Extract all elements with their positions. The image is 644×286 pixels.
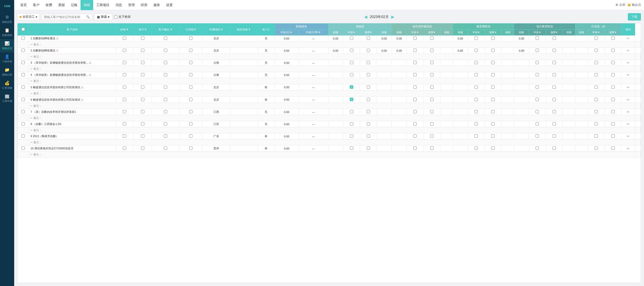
yin-shen-cell[interactable] <box>588 72 605 78</box>
nav-customer[interactable]: 客户 <box>30 0 43 10</box>
sidebar-item-baoshui-shezhi[interactable]: ⚙ 报税设置 <box>0 13 14 26</box>
chengshi-shen-cell[interactable] <box>407 84 424 91</box>
df-shen-checkbox[interactable] <box>536 147 539 150</box>
row-select-checkbox[interactable] <box>22 134 25 138</box>
chengshi-jiao-cell[interactable] <box>423 60 440 66</box>
jiaoyu-shen-cell[interactable] <box>468 72 485 78</box>
nav-piaoju[interactable]: 票据 <box>55 0 68 10</box>
named-list-checkbox[interactable]: 名下称表 <box>114 15 131 19</box>
qingka-checkbox[interactable] <box>141 110 144 113</box>
wanshui-checkbox[interactable] <box>189 98 192 101</box>
zengzhi-shen-cell[interactable] <box>343 133 360 139</box>
difang-shen-cell[interactable] <box>529 72 546 78</box>
difang-jiao-cell[interactable] <box>546 146 563 152</box>
cs-shen-checkbox[interactable] <box>413 61 417 64</box>
qingka-cell[interactable] <box>134 60 152 66</box>
wanshui-checkbox[interactable] <box>189 73 192 76</box>
queren-cell[interactable] <box>152 72 179 78</box>
prev-month-btn[interactable]: ◀ <box>364 14 367 19</box>
df-shen-checkbox[interactable] <box>536 98 539 101</box>
edit-icon[interactable]: ✏ <box>627 122 630 126</box>
zz-shen-checkbox[interactable] <box>350 85 353 89</box>
zengzhi-jiao-cell[interactable] <box>360 48 377 54</box>
nav-home[interactable]: 首页 <box>17 0 30 10</box>
cs-shen-checkbox[interactable] <box>413 73 417 76</box>
zengzhi-shen-cell[interactable] <box>343 35 360 42</box>
cs-jiao-checkbox[interactable] <box>430 110 434 113</box>
nav-guanli[interactable]: 管理 <box>125 0 138 10</box>
zengzhi-shen-cell[interactable] <box>343 72 360 78</box>
wanshui-cell[interactable] <box>180 97 202 103</box>
edit-icon[interactable]: ✏ <box>627 49 630 52</box>
yin-shen-checkbox[interactable] <box>595 147 598 150</box>
jy-shen-checkbox[interactable] <box>475 134 478 138</box>
edit-icon[interactable]: ✏ <box>627 147 630 150</box>
qingka-checkbox[interactable] <box>141 85 144 89</box>
download-button[interactable]: 下载 <box>628 13 641 21</box>
yin-shen-checkbox[interactable] <box>595 110 598 113</box>
next-month-btn[interactable]: ▶ <box>391 14 394 19</box>
yin-shen-checkbox[interactable] <box>595 85 598 89</box>
yin-shen-cell[interactable] <box>588 109 605 115</box>
df-shen-checkbox[interactable] <box>536 73 539 76</box>
jy-shen-checkbox[interactable] <box>475 110 478 113</box>
zz-jiao-checkbox[interactable] <box>367 110 370 113</box>
df-jiao-checkbox[interactable] <box>553 85 556 89</box>
chaoshui-cell[interactable] <box>115 109 134 115</box>
edit-cell[interactable]: ✏ <box>621 48 635 54</box>
df-jiao-checkbox[interactable] <box>553 37 556 40</box>
queren-checkbox[interactable] <box>164 61 167 64</box>
difang-shen-cell[interactable] <box>529 35 546 42</box>
chengshi-jiao-cell[interactable] <box>423 72 440 78</box>
nav-jingying[interactable]: 经营 <box>138 0 150 10</box>
chaoshui-cell[interactable] <box>115 60 134 66</box>
jiaoyu-jiao-cell[interactable] <box>485 72 502 78</box>
yin-shen-checkbox[interactable] <box>595 134 598 138</box>
qingka-cell[interactable] <box>134 35 152 42</box>
chengshi-jiao-cell[interactable] <box>423 84 440 91</box>
chengshi-shen-cell[interactable] <box>407 146 424 152</box>
yin-shen-cell[interactable] <box>588 121 605 127</box>
qingka-checkbox[interactable] <box>141 134 144 138</box>
th-wanshui[interactable]: 已完税▼ <box>180 24 202 35</box>
queren-checkbox[interactable] <box>164 110 167 113</box>
jy-shen-checkbox[interactable] <box>475 73 478 76</box>
jy-jiao-checkbox[interactable] <box>491 37 495 40</box>
chaoshui-checkbox[interactable] <box>123 134 126 138</box>
df-shen-checkbox[interactable] <box>536 61 539 64</box>
sidebar-item-gongshang-nianbao[interactable]: 🏢 工商年报 <box>0 92 14 105</box>
cs-jiao-checkbox[interactable] <box>430 147 434 150</box>
chaoshui-checkbox[interactable] <box>123 73 126 76</box>
named-list-check[interactable] <box>114 15 118 19</box>
chengshi-jiao-cell[interactable] <box>423 97 440 103</box>
wanshui-cell[interactable] <box>180 72 202 78</box>
chengshi-jiao-cell[interactable] <box>423 109 440 115</box>
queren-checkbox[interactable] <box>164 73 167 76</box>
wanshui-checkbox[interactable] <box>189 134 192 138</box>
cs-shen-checkbox[interactable] <box>413 37 417 40</box>
jy-jiao-checkbox[interactable] <box>491 61 495 64</box>
queren-checkbox[interactable] <box>164 122 167 126</box>
cs-shen-checkbox[interactable] <box>413 122 417 126</box>
jy-jiao-checkbox[interactable] <box>491 85 495 89</box>
nav-fuwu[interactable]: 服务 <box>150 0 163 10</box>
yin-shen-cell[interactable] <box>588 133 605 139</box>
sidebar-item-baoshui-jilu[interactable]: 📁 报税记录 <box>0 65 14 79</box>
df-jiao-checkbox[interactable] <box>553 147 556 150</box>
cs-shen-checkbox[interactable] <box>413 98 417 101</box>
zz-jiao-checkbox[interactable] <box>367 147 370 150</box>
difang-jiao-cell[interactable] <box>546 84 563 91</box>
wanshui-cell[interactable] <box>180 84 202 91</box>
zz-jiao-checkbox[interactable] <box>367 61 370 64</box>
difang-shen-cell[interactable] <box>529 48 546 54</box>
qingka-cell[interactable] <box>134 84 152 91</box>
yin-jiao-checkbox[interactable] <box>611 147 615 150</box>
df-shen-checkbox[interactable] <box>536 122 539 126</box>
edit-cell[interactable]: ✏ <box>621 146 635 152</box>
df-shen-checkbox[interactable] <box>536 110 539 113</box>
jiaoyu-shen-cell[interactable] <box>468 97 485 103</box>
yin-shen-cell[interactable] <box>588 35 605 42</box>
yin-jiao-cell[interactable] <box>604 72 621 78</box>
queren-checkbox[interactable] <box>164 49 167 52</box>
th-caibao-year[interactable]: 申报(年)▼ <box>275 30 299 35</box>
